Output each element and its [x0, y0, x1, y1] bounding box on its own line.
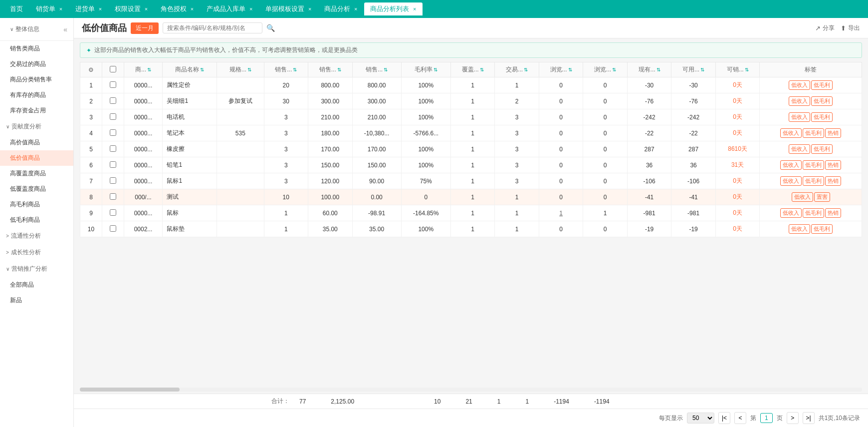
- horizontal-scrollbar[interactable]: [80, 388, 862, 392]
- export-action[interactable]: ⬆ 导出: [841, 24, 860, 32]
- row-checkbox[interactable]: [110, 97, 116, 104]
- select-all-checkbox[interactable]: [110, 66, 116, 72]
- nav-product-analysis-list[interactable]: 商品分析列表 ×: [364, 2, 422, 15]
- sidebar-item-stock-capital[interactable]: 库存资金占用: [0, 103, 73, 118]
- nav-home[interactable]: 首页: [4, 2, 29, 15]
- sidebar-item-low-coverage[interactable]: 低覆盖度商品: [0, 181, 73, 197]
- nav-close-permissions[interactable]: ×: [145, 6, 148, 12]
- page-first-btn[interactable]: |<: [718, 412, 730, 424]
- page-prev-btn[interactable]: <: [734, 412, 746, 424]
- sidebar-item-category-rate[interactable]: 商品分类销售率: [0, 72, 73, 87]
- sidebar-item-low-margin[interactable]: 低毛利商品: [0, 212, 73, 228]
- row-stock2: -19: [671, 221, 716, 237]
- row-stock1: -76: [627, 93, 671, 109]
- row-checkbox-cell[interactable]: [102, 125, 124, 141]
- table-area[interactable]: ⚙ 商...⇅ 商品名称⇅ 规格...⇅ 销售...⇅ 销售...⇅ 销售...…: [74, 62, 868, 388]
- nav-close-template[interactable]: ×: [308, 6, 311, 12]
- page-last-btn[interactable]: >|: [803, 412, 815, 424]
- sidebar-group-growth: > 成长性分析: [0, 244, 73, 261]
- row-checkbox-cell[interactable]: [102, 221, 124, 237]
- nav-sales-order[interactable]: 销货单 ×: [30, 2, 68, 15]
- row-checkbox[interactable]: [110, 113, 116, 120]
- sidebar-item-high-value[interactable]: 高价值商品: [0, 135, 73, 150]
- sidebar-group-marketing: ∨ 营销推广分析: [0, 261, 73, 277]
- row-checkbox[interactable]: [110, 161, 116, 168]
- row-checkbox-cell[interactable]: [102, 189, 124, 205]
- row-sale3: 800.00: [352, 77, 401, 93]
- tag-label: 低收入: [789, 96, 810, 106]
- nav-product-analysis[interactable]: 商品分析 ×: [318, 2, 363, 15]
- row-checkbox[interactable]: [110, 129, 116, 136]
- row-margin: 100%: [401, 221, 450, 237]
- sidebar-item-all-goods[interactable]: 全部商品: [0, 277, 73, 293]
- page-size-select[interactable]: 50 20 100: [687, 413, 714, 424]
- row-margin: 100%: [401, 93, 450, 109]
- toggle-growth[interactable]: >: [6, 250, 9, 255]
- scrollbar-thumb[interactable]: [80, 388, 180, 392]
- sidebar-item-traded-goods[interactable]: 交易过的商品: [0, 56, 73, 72]
- row-sale-days: 0天: [715, 221, 760, 237]
- search-input[interactable]: [163, 22, 262, 33]
- nav-permissions[interactable]: 权限设置 ×: [109, 2, 154, 15]
- sidebar-item-high-margin[interactable]: 高毛利商品: [0, 197, 73, 212]
- row-checkbox-cell[interactable]: [102, 77, 124, 93]
- sidebar-item-high-coverage[interactable]: 高覆盖度商品: [0, 166, 73, 181]
- row-checkbox-cell[interactable]: [102, 141, 124, 157]
- row-sale-days: 0天: [715, 93, 760, 109]
- nav-close-analysis[interactable]: ×: [354, 6, 357, 12]
- col-spec: 规格...⇅: [217, 62, 264, 77]
- nav-close-sales[interactable]: ×: [59, 6, 62, 12]
- sidebar-item-sales-goods[interactable]: 销售类商品: [0, 41, 73, 56]
- sidebar-collapse-btn[interactable]: «: [61, 23, 69, 35]
- row-view1[interactable]: 1: [539, 205, 583, 221]
- toggle-marketing[interactable]: ∨: [6, 266, 9, 272]
- row-trade: 3: [495, 125, 539, 141]
- row-name: 属性定价: [163, 77, 217, 93]
- row-no: 4: [80, 125, 102, 141]
- row-checkbox[interactable]: [110, 177, 116, 184]
- search-icon[interactable]: 🔍: [266, 24, 275, 32]
- tag-label: 低收入: [789, 112, 810, 122]
- row-sale2: 170.00: [308, 141, 353, 157]
- row-tags: 低收入低毛利: [760, 221, 862, 237]
- sidebar-item-new-goods[interactable]: 新品: [0, 293, 73, 308]
- row-checkbox-cell[interactable]: [102, 109, 124, 125]
- row-checkbox[interactable]: [110, 225, 116, 232]
- row-name: 鼠标: [163, 205, 217, 221]
- row-checkbox-cell[interactable]: [102, 173, 124, 189]
- nav-template[interactable]: 单据模板设置 ×: [259, 2, 317, 15]
- sidebar-item-stocked-goods[interactable]: 有库存的商品: [0, 87, 73, 103]
- row-checkbox[interactable]: [110, 193, 116, 200]
- toggle-flow[interactable]: >: [6, 233, 9, 239]
- toggle-overall[interactable]: ∨: [10, 26, 13, 32]
- row-checkbox[interactable]: [110, 145, 116, 152]
- share-action[interactable]: ↗ 分享: [815, 24, 835, 32]
- row-spec: [217, 221, 264, 237]
- col-checkbox[interactable]: [102, 62, 124, 77]
- nav-purchase[interactable]: 进货单 ×: [69, 2, 108, 15]
- toggle-contribution[interactable]: ∨: [6, 124, 9, 129]
- nav-close-stock[interactable]: ×: [249, 6, 252, 12]
- page-next-btn[interactable]: >: [787, 412, 799, 424]
- nav-close-role[interactable]: ×: [191, 6, 194, 12]
- row-sale3: 170.00: [352, 141, 401, 157]
- sidebar-item-low-value[interactable]: 低价值商品: [0, 150, 73, 166]
- nav-stock-in[interactable]: 产成品入库单 ×: [201, 2, 258, 15]
- filter-recent-month-btn[interactable]: 近一月: [131, 22, 159, 34]
- footer-sale2: 2,125.00: [331, 398, 354, 405]
- row-checkbox[interactable]: [110, 81, 116, 88]
- row-checkbox-cell[interactable]: [102, 205, 124, 221]
- gear-icon[interactable]: ⚙: [88, 66, 94, 73]
- share-icon: ↗: [815, 24, 821, 32]
- nav-role-auth[interactable]: 角色授权 ×: [155, 2, 200, 15]
- nav-close-analysis-list[interactable]: ×: [413, 6, 416, 12]
- row-checkbox[interactable]: [110, 209, 116, 216]
- row-checkbox-cell[interactable]: [102, 157, 124, 173]
- row-sale1: 3: [264, 173, 308, 189]
- content-area: 低价值商品 近一月 🔍 ↗ 分享 ⬆ 导出 ✦ 这部分商品的销售收入大幅低于商品…: [74, 18, 868, 427]
- row-sale2: 120.00: [308, 173, 353, 189]
- row-sale2: 35.00: [308, 221, 353, 237]
- nav-close-purchase[interactable]: ×: [99, 6, 102, 12]
- col-gear[interactable]: ⚙: [80, 62, 102, 77]
- row-checkbox-cell[interactable]: [102, 93, 124, 109]
